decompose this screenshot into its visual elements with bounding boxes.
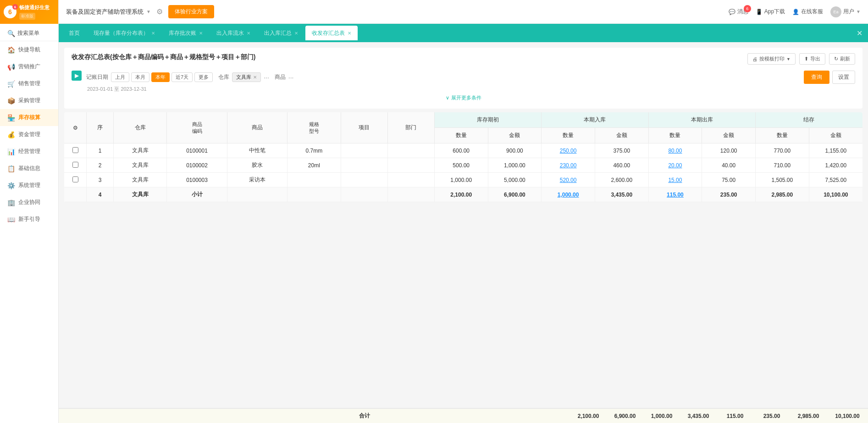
- tab-in-out-flow[interactable]: 出入库流水 ✕: [210, 26, 257, 40]
- row-warehouse: 文具库: [113, 173, 167, 187]
- sidebar-item-basic-info[interactable]: 📋 基础信息: [0, 160, 58, 177]
- expand-more-area: ∨ 展开更多条件: [72, 93, 855, 103]
- refresh-button[interactable]: ↻ 刷新: [829, 53, 855, 65]
- row-in-amt: 375.00: [595, 143, 648, 158]
- row-checkbox[interactable]: [64, 143, 87, 158]
- row-spec: [287, 173, 341, 187]
- row-name: 胶水: [227, 158, 287, 173]
- export-icon: ⬆: [804, 56, 808, 62]
- export-button[interactable]: ⬆ 导出: [799, 53, 825, 65]
- sidebar-item-enterprise[interactable]: 🏢 企业协同: [0, 194, 58, 211]
- sidebar-item-marketing[interactable]: 📢 营销推广: [0, 58, 58, 75]
- date-btn-this-month[interactable]: 本月: [131, 72, 149, 82]
- tab-close-icon[interactable]: ✕: [151, 31, 155, 36]
- row-in-qty[interactable]: 230.00: [542, 158, 595, 173]
- expand-conditions-button[interactable]: ∨ 展开更多条件: [446, 94, 481, 101]
- subtotal-open-amt: 6,900.00: [488, 187, 542, 202]
- query-button[interactable]: 查询: [804, 71, 829, 84]
- th-goods-code: 商品编码: [167, 112, 227, 143]
- th-out-group: 本期出库: [648, 112, 755, 128]
- row-open-qty: 1,000.00: [434, 173, 488, 187]
- row-checkbox[interactable]: [64, 173, 87, 187]
- tab-batch-ledger[interactable]: 库存批次账 ✕: [162, 26, 209, 40]
- row-checkbox[interactable]: [64, 158, 87, 173]
- topbar-app-download[interactable]: 📱 App下载: [756, 8, 785, 16]
- tab-in-out-summary[interactable]: 出入库汇总 ✕: [258, 26, 304, 40]
- topbar-user[interactable]: Ea 用户 ▼: [830, 6, 861, 17]
- th-opening-group: 库存期初: [434, 112, 541, 128]
- settings-button[interactable]: 设置: [832, 71, 855, 84]
- row-open-qty: 600.00: [434, 143, 488, 158]
- tab-home[interactable]: 首页: [62, 26, 86, 40]
- chevron-down-icon: ∨: [446, 95, 449, 101]
- tab-label: 库存批次账: [169, 29, 196, 37]
- tab-close-icon[interactable]: ✕: [199, 31, 203, 36]
- subtotal-in-qty[interactable]: 1,000.00: [542, 187, 595, 202]
- subtotal-out-amt: 235.00: [702, 187, 756, 202]
- sidebar-item-purchase[interactable]: 📦 采购管理: [0, 92, 58, 109]
- topbar-online-service[interactable]: 👤 在线客服: [792, 8, 823, 16]
- sidebar-edition: 标准版: [19, 13, 35, 20]
- subtotal-out-qty[interactable]: 115.00: [648, 187, 702, 202]
- warehouse-tag: 文具库 ✕: [232, 72, 261, 82]
- date-btn-last-month[interactable]: 上月: [111, 72, 129, 82]
- sidebar-item-operations[interactable]: 📊 经营管理: [0, 143, 58, 160]
- tabs-close-all[interactable]: ✕: [855, 27, 864, 39]
- table-settings-header[interactable]: ⚙: [64, 112, 87, 143]
- subtotal-close-qty: 2,985.00: [755, 187, 809, 202]
- filter-collapse-button[interactable]: ▶: [72, 71, 82, 81]
- sidebar-item-label: 采购管理: [18, 97, 40, 104]
- print-template-button[interactable]: 🖨 按模板打印 ▼: [747, 53, 796, 65]
- subtotal-empty3: [341, 187, 387, 202]
- date-btn-this-year[interactable]: 本年: [151, 72, 170, 82]
- row-out-qty[interactable]: 80.00: [648, 143, 702, 158]
- row-out-qty[interactable]: 20.00: [648, 158, 702, 173]
- service-icon: 👤: [792, 9, 799, 15]
- warehouse-tag-close-icon[interactable]: ✕: [253, 75, 257, 80]
- purchase-icon: 📦: [7, 97, 15, 104]
- th-in-group: 本期入库: [542, 112, 648, 128]
- th-goods-spec: 规格型号: [287, 112, 341, 143]
- row-project: [341, 143, 387, 158]
- tab-label: 出入库汇总: [264, 29, 292, 37]
- warehouse-tag-text: 文具库: [236, 74, 251, 81]
- sidebar-item-inventory[interactable]: 🏪 库存核算: [0, 109, 58, 126]
- row-out-qty[interactable]: 15.00: [648, 173, 702, 187]
- row-in-qty[interactable]: 520.00: [542, 173, 595, 187]
- tab-recv-send-summary[interactable]: 收发存汇总表 ✕: [305, 26, 358, 40]
- gear-icon[interactable]: ⚙: [156, 7, 163, 16]
- footer-open-amt: 6,900.00: [607, 413, 643, 419]
- topbar-dropdown-arrow[interactable]: ▼: [146, 9, 151, 14]
- date-btn-7days[interactable]: 近7天: [171, 72, 193, 82]
- row-dept: [387, 173, 434, 187]
- sidebar-item-search[interactable]: 🔍 搜索菜单: [0, 26, 58, 41]
- tab-close-icon[interactable]: ✕: [294, 31, 298, 36]
- th-in-qty: 数量: [542, 128, 595, 143]
- sidebar-item-quick-nav[interactable]: 🏠 快捷导航: [0, 41, 58, 58]
- row-in-qty[interactable]: 250.00: [542, 143, 595, 158]
- tab-stock-dist[interactable]: 现存量（库存分布表） ✕: [87, 26, 161, 40]
- experience-button[interactable]: 体验行业方案: [168, 5, 214, 18]
- sidebar-item-finance[interactable]: 💰 资金管理: [0, 126, 58, 143]
- date-btn-more[interactable]: 更多: [194, 72, 213, 82]
- tab-close-icon[interactable]: ✕: [247, 31, 250, 36]
- sidebar-item-sales[interactable]: 🛒 销售管理: [0, 75, 58, 92]
- row-project: [341, 173, 387, 187]
- data-table-container: ⚙ 序 仓库 商品编码 商品 规格型号 项目 部门 库存期初 本期入库 本期出库…: [64, 112, 862, 202]
- topbar-right: 💬 消息 6 📱 App下载 👤 在线客服 Ea 用户 ▼: [729, 6, 861, 17]
- sidebar-item-guide[interactable]: 📖 新手引导: [0, 211, 58, 228]
- goods-more-btn[interactable]: ···: [288, 74, 294, 81]
- tab-close-icon[interactable]: ✕: [348, 31, 351, 36]
- row-code: 0100002: [167, 158, 227, 173]
- row-open-qty: 500.00: [434, 158, 488, 173]
- sidebar-title: 畅捷通好生意: [19, 4, 50, 11]
- th-out-qty: 数量: [648, 128, 702, 143]
- warehouse-more-btn[interactable]: ···: [264, 74, 269, 81]
- sidebar-item-system[interactable]: ⚙️ 系统管理: [0, 177, 58, 194]
- basic-info-icon: 📋: [7, 165, 15, 172]
- topbar-message[interactable]: 💬 消息 6: [729, 8, 748, 16]
- system-icon: ⚙️: [7, 182, 15, 189]
- row-close-amt: 1,420.00: [809, 158, 862, 173]
- refresh-icon: ↻: [834, 56, 838, 62]
- footer-close-amt: 10,100.00: [827, 413, 868, 419]
